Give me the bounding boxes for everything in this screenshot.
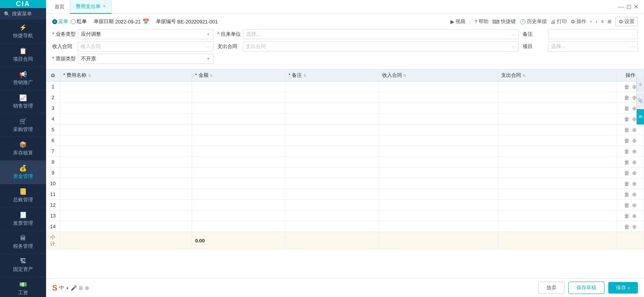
edge-tab-1[interactable]: ≡ — [636, 77, 644, 92]
edge-tab-2[interactable]: 📎 — [636, 93, 644, 108]
income-contract-input[interactable]: 收入合同 ··· — [78, 41, 214, 51]
row-copy-btn[interactable]: ⊕ — [632, 148, 637, 154]
window-restore[interactable]: ⊡ — [626, 3, 631, 10]
row-delete-btn[interactable]: 🗑 — [624, 105, 629, 111]
settings-btn[interactable]: ⚙ 设置 — [615, 17, 638, 26]
operations-btn[interactable]: ⚙ 操作 — [571, 18, 586, 25]
row-income-contract[interactable] — [379, 200, 498, 211]
row-expense-name[interactable] — [60, 114, 192, 124]
ticket-type-input[interactable]: 不开票 ▼ — [78, 54, 214, 64]
history-btn[interactable]: 🕐 历史单据 — [520, 18, 547, 25]
remark-input[interactable] — [548, 29, 638, 39]
sidebar-item-purchase[interactable]: 🛒采购管理 — [0, 114, 46, 137]
row-remark[interactable] — [285, 211, 379, 221]
edge-tab-3[interactable]: ✉ — [636, 109, 644, 124]
video-btn[interactable]: ▶ 视频 — [450, 18, 465, 25]
blue-radio-label[interactable]: 蓝单 — [52, 18, 68, 25]
row-copy-btn[interactable]: ⊕ — [632, 224, 637, 230]
col-remark[interactable]: * 备注 ⇅ — [285, 70, 379, 81]
row-expense-name[interactable] — [60, 135, 192, 146]
row-delete-btn[interactable]: 🗑 — [624, 213, 629, 219]
sidebar-search[interactable]: 🔍 搜索菜单 — [0, 8, 46, 20]
row-copy-btn[interactable]: ⊕ — [632, 170, 637, 176]
row-remark[interactable] — [285, 200, 379, 211]
sidebar-item-quick-nav[interactable]: ⚡快捷导航 — [0, 20, 46, 43]
row-amount[interactable] — [192, 221, 285, 232]
project-input[interactable]: 选择... ··· — [548, 41, 638, 51]
row-expense-contract[interactable] — [498, 114, 617, 124]
blue-radio[interactable] — [52, 19, 57, 24]
row-remark[interactable] — [285, 189, 379, 200]
row-remark[interactable] — [285, 114, 379, 124]
sidebar-item-ledger[interactable]: 📒总账管理 — [0, 184, 46, 207]
row-expense-name[interactable] — [60, 157, 192, 168]
row-income-contract[interactable] — [379, 135, 498, 146]
col-expense-contract[interactable]: 支出合同 ⇅ — [498, 70, 617, 81]
col-amount[interactable]: * 金额 ⇅ — [192, 70, 285, 81]
row-income-contract[interactable] — [379, 211, 498, 221]
row-delete-btn[interactable]: 🗑 — [624, 148, 629, 154]
nav-prev-btn[interactable]: ‹ — [590, 19, 592, 24]
counterparty-input[interactable]: 选择... ··· — [243, 29, 519, 39]
sidebar-item-marketing[interactable]: 📢营销推广 — [0, 67, 46, 90]
row-delete-btn[interactable]: 🗑 — [624, 95, 629, 101]
business-type-input[interactable]: 应付调整 ▼ — [78, 29, 214, 39]
row-remark[interactable] — [285, 221, 379, 232]
row-delete-btn[interactable]: 🗑 — [624, 191, 629, 197]
col-expense-name[interactable]: * 费用名称 ⇅ — [60, 70, 192, 81]
row-delete-btn[interactable]: 🗑 — [624, 116, 629, 122]
row-expense-contract[interactable] — [498, 124, 617, 135]
sidebar-item-project-contract[interactable]: 📋项目合同 — [0, 43, 46, 67]
help-btn[interactable]: ? 帮助 — [475, 18, 488, 25]
row-expense-name[interactable] — [60, 211, 192, 221]
row-income-contract[interactable] — [379, 168, 498, 178]
row-expense-name[interactable] — [60, 92, 192, 103]
row-expense-name[interactable] — [60, 189, 192, 200]
row-amount[interactable] — [192, 81, 285, 92]
row-remark[interactable] — [285, 168, 379, 178]
row-amount[interactable] — [192, 178, 285, 189]
row-remark[interactable] — [285, 146, 379, 157]
row-expense-name[interactable] — [60, 178, 192, 189]
row-expense-name[interactable] — [60, 146, 192, 157]
col-settings[interactable]: ⚙ — [46, 70, 60, 81]
tab-expense[interactable]: 费用支出单 ✕ — [70, 0, 112, 14]
row-copy-btn[interactable]: ⊕ — [632, 202, 637, 208]
row-amount[interactable] — [192, 200, 285, 211]
shortcut-btn[interactable]: ⌨ 快捷键 — [492, 18, 516, 25]
row-amount[interactable] — [192, 92, 285, 103]
row-income-contract[interactable] — [379, 81, 498, 92]
row-expense-name[interactable] — [60, 200, 192, 211]
discard-button[interactable]: 放弃 — [538, 282, 565, 294]
sidebar-item-tax[interactable]: 🏛税务管理 — [0, 231, 46, 254]
sidebar-item-invoice[interactable]: 🧾发票管理 — [0, 207, 46, 231]
layout2-btn[interactable]: ⊞ — [608, 19, 611, 24]
save-button[interactable]: 保存 ∨ — [608, 282, 638, 294]
row-copy-btn[interactable]: ⊕ — [632, 213, 637, 219]
row-remark[interactable] — [285, 157, 379, 168]
tab-expense-close[interactable]: ✕ — [103, 4, 106, 9]
row-remark[interactable] — [285, 135, 379, 146]
row-remark[interactable] — [285, 103, 379, 114]
row-delete-btn[interactable]: 🗑 — [624, 181, 629, 187]
row-delete-btn[interactable]: 🗑 — [624, 170, 629, 176]
row-delete-btn[interactable]: 🗑 — [624, 202, 629, 208]
window-minimize[interactable]: — — [618, 3, 624, 10]
row-income-contract[interactable] — [379, 114, 498, 124]
row-expense-contract[interactable] — [498, 221, 617, 232]
window-close[interactable]: ✕ — [634, 3, 639, 10]
sidebar-item-assets[interactable]: 🏗固定资产 — [0, 254, 46, 277]
row-expense-name[interactable] — [60, 221, 192, 232]
sidebar-item-payroll[interactable]: 💵工资 — [0, 277, 46, 297]
row-amount[interactable] — [192, 114, 285, 124]
row-expense-contract[interactable] — [498, 146, 617, 157]
sidebar-item-inventory[interactable]: 📦库存核算 — [0, 137, 46, 161]
row-copy-btn[interactable]: ⊕ — [632, 159, 637, 165]
row-income-contract[interactable] — [379, 221, 498, 232]
print-btn[interactable]: 🖨 打印 — [551, 18, 567, 25]
row-expense-name[interactable] — [60, 81, 192, 92]
row-expense-name[interactable] — [60, 168, 192, 178]
row-copy-btn[interactable]: ⊕ — [632, 191, 637, 197]
row-income-contract[interactable] — [379, 92, 498, 103]
row-amount[interactable] — [192, 157, 285, 168]
